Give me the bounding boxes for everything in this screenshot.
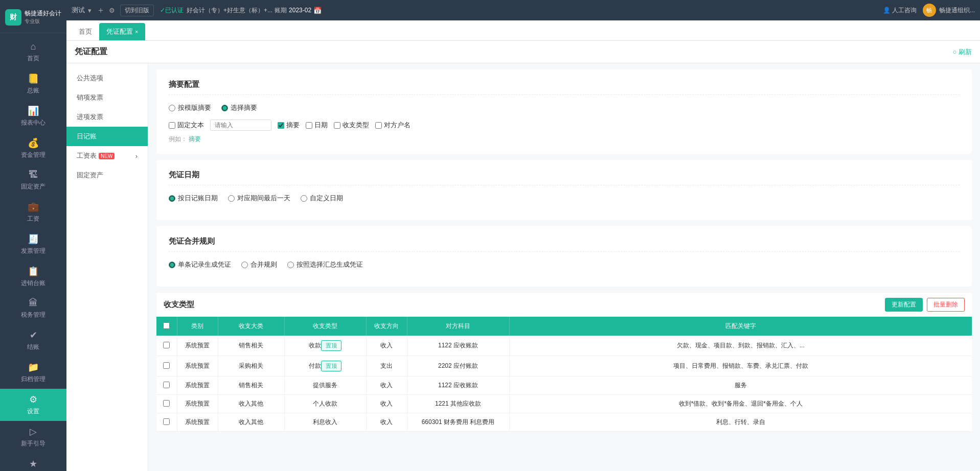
merge-radio-single[interactable]: 单条记录生成凭证	[169, 260, 231, 269]
date-radio-custom-input[interactable]	[301, 195, 307, 202]
checkbox-summary[interactable]: 摘要	[278, 121, 300, 130]
checkbox-date-input[interactable]	[306, 122, 312, 129]
row-checkbox-0[interactable]	[163, 342, 170, 348]
summary-radio-template-input[interactable]	[169, 105, 175, 111]
example-text: 例如： 摘要	[169, 135, 960, 144]
sidebar-item-设置[interactable]: ⚙设置	[0, 389, 66, 421]
sidebar-item-进销台账[interactable]: 📋进销台账	[0, 261, 66, 293]
row-account: 1122 应收账款	[407, 336, 509, 356]
row-checkbox-4[interactable]	[163, 418, 170, 425]
summary-radio-select-input[interactable]	[221, 105, 228, 111]
sub-nav-进项发票[interactable]: 进项发票	[66, 107, 148, 127]
switch-version-button[interactable]: 切到旧版	[120, 5, 154, 16]
nav-icon: 🧾	[28, 233, 39, 245]
sub-nav-公共选项[interactable]: 公共选项	[66, 68, 148, 88]
summary-radio-template[interactable]: 按模版摘要	[169, 103, 211, 112]
sub-nav-销项发票[interactable]: 销项发票	[66, 88, 148, 107]
add-icon[interactable]: ＋	[97, 5, 105, 16]
merge-radio-single-input[interactable]	[169, 262, 175, 268]
merge-title: 凭证合并规则	[169, 237, 960, 252]
settings-icon[interactable]: ⚙	[109, 7, 115, 14]
checkbox-date[interactable]: 日期	[306, 121, 328, 130]
sidebar-item-归档管理[interactable]: 📁归档管理	[0, 357, 66, 389]
nav-label: 工资	[27, 215, 39, 223]
checkbox-income-type-input[interactable]	[334, 122, 340, 129]
date-radio-period-end-input[interactable]	[228, 195, 235, 202]
date-radio-custom-label: 自定义日期	[310, 194, 343, 203]
col-category: 类别	[177, 317, 218, 336]
nav-label: 归档管理	[21, 375, 45, 384]
sidebar-item-报表中心[interactable]: 📊报表中心	[0, 100, 66, 132]
sub-nav-label: 进项发票	[77, 112, 103, 122]
date-radio-custom[interactable]: 自定义日期	[301, 194, 343, 203]
company-dropdown-icon[interactable]: ▾	[88, 7, 92, 14]
tab-首页[interactable]: 首页	[72, 23, 99, 40]
merge-radio-merge-input[interactable]	[241, 262, 248, 268]
row-bigtype: 销售相关	[218, 376, 284, 395]
service-link[interactable]: 👤 人工咨询	[883, 6, 917, 15]
col-keywords: 匹配关键字	[509, 317, 972, 336]
summary-section: 摘要配置 按模版摘要 选择摘要	[156, 69, 972, 154]
merge-radio-group: 单条记录生成凭证 合并规则 按照选择汇总生成凭证	[169, 260, 960, 269]
row-checkbox-2[interactable]	[163, 382, 170, 388]
update-config-button[interactable]: 更新配置	[885, 298, 923, 312]
sidebar-item-固定资产[interactable]: 🏗固定资产	[0, 164, 66, 196]
sub-nav-固定资产[interactable]: 固定资产	[66, 166, 148, 185]
checkbox-counterpart[interactable]: 对方户名	[375, 121, 411, 130]
merge-section: 凭证合并规则 单条记录生成凭证 合并规则 按照选择汇总生成凭证	[156, 226, 972, 287]
checkbox-income-type[interactable]: 收支类型	[334, 121, 369, 130]
row-checkbox-3[interactable]	[163, 400, 170, 407]
checkbox-fixed-text-input[interactable]	[169, 122, 175, 129]
checkbox-summary-input[interactable]	[278, 122, 284, 129]
good-tag: 好会计（专）+好生意（标）+...	[187, 6, 272, 15]
row-direction: 收入	[366, 395, 407, 413]
row-checkbox-cell	[156, 413, 177, 432]
user-info[interactable]: 畅 畅捷通组织...	[923, 4, 975, 17]
nav-label: 设置	[27, 407, 39, 416]
calendar-icon[interactable]: 📅	[313, 7, 322, 14]
fixed-text-input[interactable]	[210, 120, 271, 131]
merge-radio-summary[interactable]: 按照选择汇总生成凭证	[287, 260, 363, 269]
tab-close-icon[interactable]: ×	[135, 29, 138, 35]
row-type: 个人收款	[284, 395, 366, 413]
batch-delete-button[interactable]: 批量删除	[927, 298, 965, 312]
select-all-checkbox[interactable]	[163, 322, 170, 329]
date-radio-journal[interactable]: 按日记账日期	[169, 194, 218, 203]
date-radio-period-end[interactable]: 对应期间最后一天	[228, 194, 290, 203]
merge-radio-merge[interactable]: 合并规则	[241, 260, 277, 269]
logo-name: 畅捷通好会计	[25, 10, 61, 18]
tag-reset[interactable]: 置顶	[321, 361, 341, 371]
nav-label: 固定资产	[21, 182, 45, 191]
checkbox-fixed-text[interactable]: 固定文本	[169, 121, 204, 130]
checkbox-date-label: 日期	[314, 121, 328, 130]
table-actions: 更新配置 批量删除	[885, 298, 965, 312]
date-radio-journal-input[interactable]	[169, 195, 175, 202]
sidebar-item-资金管理[interactable]: 💰资金管理	[0, 132, 66, 164]
nav-icon: 🏛	[29, 298, 38, 309]
row-checkbox-cell	[156, 395, 177, 413]
certified-tag: ✓已认证	[160, 6, 184, 15]
sidebar-item-税务管理[interactable]: 🏛税务管理	[0, 293, 66, 324]
merge-radio-single-label: 单条记录生成凭证	[178, 260, 231, 269]
sidebar-item-总账[interactable]: 📒总账	[0, 68, 66, 100]
table-row: 系统预置 收入其他 个人收款 收入 1221 其他应收款 收到*借款、收到*备用…	[156, 395, 972, 413]
checkbox-counterpart-input[interactable]	[375, 122, 382, 129]
sidebar-item-工资[interactable]: 💼工资	[0, 196, 66, 228]
row-bigtype: 采购相关	[218, 356, 284, 376]
nav-icon: 📋	[28, 266, 39, 277]
sub-nav-日记账[interactable]: 日记账	[66, 127, 148, 146]
sidebar-item-新手引导[interactable]: ▷新手引导	[0, 421, 66, 453]
refresh-button[interactable]: ○ 刷新	[953, 48, 972, 57]
sidebar-item-发票管理[interactable]: 🧾发票管理	[0, 228, 66, 261]
sidebar-item-畅会员[interactable]: ★畅会员	[0, 453, 66, 471]
sidebar-item-结账[interactable]: ✔结账	[0, 324, 66, 357]
row-account: 2202 应付账款	[407, 356, 509, 376]
summary-radio-select[interactable]: 选择摘要	[221, 103, 257, 112]
tag-reset[interactable]: 置顶	[321, 340, 341, 351]
sidebar-item-首页[interactable]: ⌂首页	[0, 36, 66, 68]
tab-凭证配置[interactable]: 凭证配置×	[99, 23, 145, 40]
row-checkbox-1[interactable]	[163, 362, 170, 369]
sidebar-logo[interactable]: 财 畅捷通好会计 专业版	[0, 5, 66, 33]
sub-nav-工资表[interactable]: 工资表NEW›	[66, 146, 148, 166]
merge-radio-summary-input[interactable]	[287, 262, 294, 268]
